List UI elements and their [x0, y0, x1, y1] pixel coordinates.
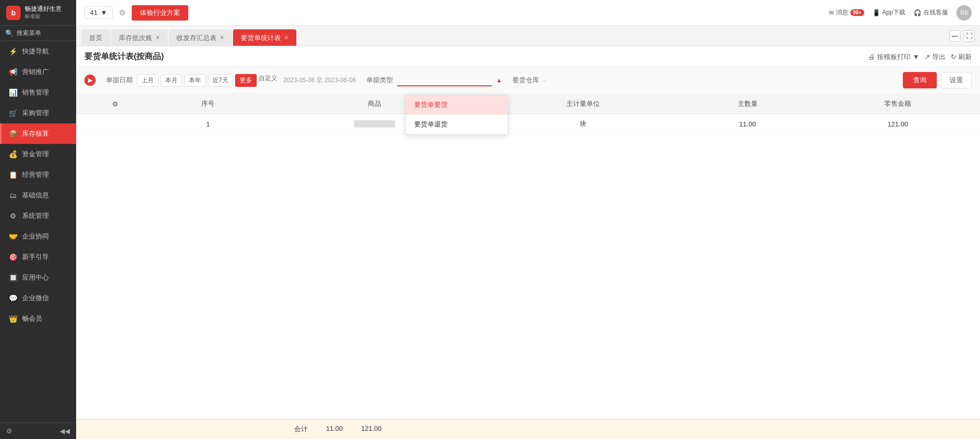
- enterprise-icon: 🤝: [8, 231, 18, 242]
- app-download-btn[interactable]: 📱 App下载: [872, 8, 905, 17]
- sidebar-search[interactable]: 🔍 搜索菜单: [0, 26, 76, 41]
- tab-maximize-btn[interactable]: ⛶: [964, 30, 975, 42]
- col-settings[interactable]: ⚙: [76, 94, 154, 114]
- export-label: 导出: [932, 52, 946, 62]
- industry-btn[interactable]: 体验行业方案: [132, 5, 188, 21]
- tab-receive-summary[interactable]: 收发存汇总表 ✕: [169, 29, 232, 46]
- sidebar-item-operations-label: 经营管理: [22, 170, 49, 179]
- sidebar-item-apps[interactable]: 🔲 应用中心: [0, 267, 76, 288]
- footer-amount: 121.00: [355, 425, 388, 434]
- topbar-right: ✉ 消息 99+ 📱 App下载 🎧 在线客服 Rit: [829, 5, 972, 21]
- filter-actions: 查询 设置: [903, 72, 972, 88]
- export-btn[interactable]: ↗ 导出: [924, 52, 946, 62]
- filter-settings-btn[interactable]: 设置: [941, 72, 972, 88]
- refresh-btn[interactable]: ↻ 刷新: [951, 52, 972, 62]
- date-btn-more[interactable]: 更多: [235, 74, 257, 87]
- print-template-label: 按模板打印: [877, 52, 911, 62]
- topbar-gear-icon[interactable]: ⚙: [119, 8, 126, 17]
- page-header: 要货单统计表(按商品) 🖨 按模板打印 ▼ ↗ 导出 ↻ 刷新: [76, 46, 980, 67]
- table-area: ⚙ 序号 商品 主计量单位 主数量 零售金额 1: [76, 94, 980, 419]
- user-avatar[interactable]: Rit: [956, 5, 972, 21]
- tab-order-summary[interactable]: 要货单统计表 ✕: [233, 29, 296, 46]
- row-num-cell: 1: [154, 114, 262, 134]
- type-filter-label: 单据类型: [366, 76, 393, 85]
- tab-order-summary-close[interactable]: ✕: [284, 34, 289, 41]
- dropdown-item-order-req[interactable]: 要货单要货: [406, 95, 508, 115]
- sidebar-item-sales[interactable]: 📊 销售管理: [0, 82, 76, 103]
- date-range-display: 2023-05-06 至 2023-06-06: [283, 76, 356, 85]
- search-icon: 🔍: [5, 29, 13, 37]
- col-unit: 主计量单位: [487, 94, 680, 114]
- filter-bar: ▶ 单据日期 上月 本月 本年 近7天 更多 自定义 2023-05-06 至 …: [76, 67, 980, 94]
- sidebar-item-guide[interactable]: 🎯 新手引导: [0, 247, 76, 267]
- date-btn-this-year[interactable]: 本年: [184, 74, 206, 87]
- store-name: 41: [90, 9, 97, 16]
- tab-inventory-batch-close[interactable]: ✕: [155, 34, 160, 41]
- date-custom-btn[interactable]: 自定义: [259, 74, 277, 87]
- col-quantity: 主数量: [680, 94, 816, 114]
- tab-receive-summary-label: 收发存汇总表: [176, 33, 217, 43]
- type-dropdown-arrow[interactable]: ▲: [496, 77, 502, 84]
- sidebar-item-purchase[interactable]: 🛒 采购管理: [0, 103, 76, 123]
- sidebar-item-enterprise-label: 企业协同: [22, 232, 49, 241]
- date-range-buttons: 上月 本月 本年 近7天 更多 自定义: [137, 74, 277, 87]
- sidebar-item-member[interactable]: 👑 畅会员: [0, 308, 76, 329]
- tab-minimize-btn[interactable]: —: [949, 30, 960, 42]
- app-logo-icon: b: [6, 6, 21, 20]
- sidebar-item-basic[interactable]: 🗂 基础信息: [0, 185, 76, 206]
- store-selector[interactable]: 41 ▼: [84, 6, 113, 19]
- tab-receive-summary-close[interactable]: ✕: [220, 34, 224, 41]
- sidebar-item-wechat[interactable]: 💬 企业微信: [0, 288, 76, 308]
- table-settings-icon: ⚙: [112, 100, 118, 108]
- sidebar-item-apps-label: 应用中心: [22, 273, 49, 282]
- sidebar-item-inventory[interactable]: 📦 库存核算: [0, 123, 76, 144]
- tab-inventory-batch-label: 库存批次账: [119, 33, 152, 43]
- online-service-btn[interactable]: 🎧 在线客服: [914, 8, 948, 17]
- date-btn-last-month[interactable]: 上月: [137, 74, 158, 87]
- sidebar-item-quick-nav-label: 快捷导航: [22, 47, 49, 56]
- quick-nav-icon: ⚡: [8, 46, 18, 57]
- sidebar-search-label: 搜索菜单: [16, 29, 41, 38]
- tab-order-summary-label: 要货单统计表: [241, 33, 281, 43]
- query-btn[interactable]: 查询: [903, 72, 937, 88]
- sidebar-item-sales-label: 销售管理: [22, 88, 49, 97]
- sidebar-item-quick-nav[interactable]: ⚡ 快捷导航: [0, 41, 76, 62]
- tab-inventory-batch[interactable]: 库存批次账 ✕: [111, 29, 168, 46]
- message-icon: ✉: [829, 9, 834, 16]
- message-btn[interactable]: ✉ 消息 99+: [829, 8, 864, 17]
- filter-expand-btn[interactable]: ▶: [84, 75, 96, 86]
- row-settings-cell: [76, 114, 154, 134]
- type-dropdown-menu: 要货单要货 要货单退货: [405, 95, 508, 135]
- sidebar-nav: ⚡ 快捷导航 📢 营销推广 📊 销售管理 🛒 采购管理 📦 库存核算 💰 资金管…: [0, 41, 76, 423]
- refresh-icon: ↻: [951, 53, 956, 61]
- export-icon: ↗: [924, 53, 930, 61]
- warehouse-more-icon[interactable]: ···: [541, 77, 547, 84]
- col-num: 序号: [154, 94, 262, 114]
- app-name: 畅捷通好生意: [25, 5, 62, 13]
- sidebar-item-wechat-label: 企业微信: [22, 294, 49, 303]
- type-filter-group: 单据类型 ▲: [366, 75, 502, 86]
- product-name-blurred: [354, 120, 395, 127]
- operations-icon: 📋: [8, 170, 18, 180]
- sidebar-item-basic-label: 基础信息: [22, 191, 49, 200]
- sidebar: b 畅捷通好生意 标准版 🔍 搜索菜单 ⚡ 快捷导航 📢 营销推广 📊 销售管理…: [0, 0, 76, 439]
- collapse-btn[interactable]: ◀◀: [60, 427, 70, 435]
- print-template-btn[interactable]: 🖨 按模板打印 ▼: [868, 52, 919, 62]
- message-label: 消息: [836, 8, 848, 17]
- apps-icon: 🔲: [8, 272, 18, 283]
- settings-footer-btn[interactable]: ⚙: [6, 427, 12, 435]
- tab-home[interactable]: 首页: [81, 29, 110, 46]
- sidebar-item-system[interactable]: ⚙ 系统管理: [0, 206, 76, 226]
- sidebar-item-marketing[interactable]: 📢 营销推广: [0, 62, 76, 82]
- sidebar-item-purchase-label: 采购管理: [22, 108, 49, 118]
- sidebar-item-marketing-label: 营销推广: [22, 67, 49, 77]
- dropdown-item-order-return[interactable]: 要货单退货: [406, 115, 508, 134]
- sidebar-item-enterprise[interactable]: 🤝 企业协同: [0, 226, 76, 247]
- sidebar-item-finance[interactable]: 💰 资金管理: [0, 144, 76, 164]
- phone-icon: 📱: [872, 9, 880, 16]
- sidebar-item-operations[interactable]: 📋 经营管理: [0, 164, 76, 185]
- tabbar: 首页 库存批次账 ✕ 收发存汇总表 ✕ 要货单统计表 ✕ — ⛶: [76, 26, 980, 46]
- date-btn-last-7-days[interactable]: 近7天: [208, 74, 233, 87]
- type-filter-input[interactable]: [397, 75, 492, 86]
- date-btn-this-month[interactable]: 本月: [161, 74, 182, 87]
